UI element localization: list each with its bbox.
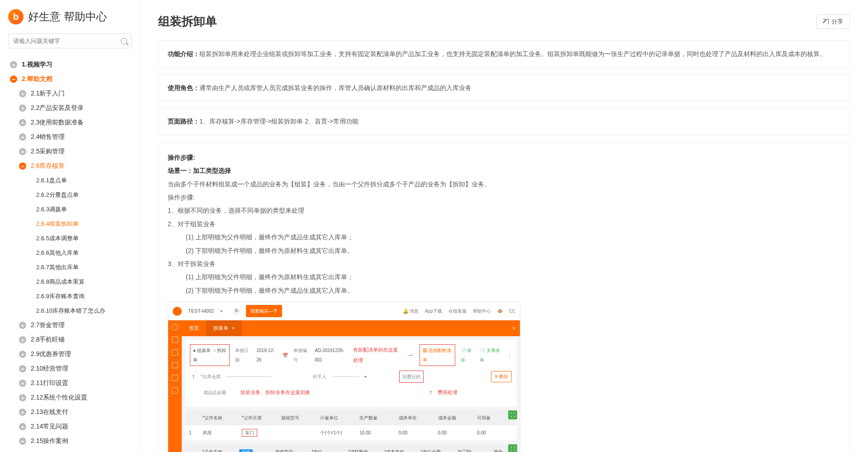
plus-icon xyxy=(19,438,26,445)
nav-2-6-9[interactable]: 2.6.9库存账本查询 xyxy=(8,289,132,304)
nav-2-14[interactable]: 2.14常见问题 xyxy=(8,419,132,434)
arrow-icon: ↖ xyxy=(189,372,198,381)
plus-icon xyxy=(19,409,26,416)
nav-label: 2.4销售管理 xyxy=(31,133,65,141)
ss-user: CC xyxy=(509,306,515,316)
settings-icon: ⚙ xyxy=(233,308,240,314)
nav-label: 2.10经营管理 xyxy=(31,365,68,373)
ss-help-link: 帮助中心 xyxy=(473,306,491,316)
ss-date-value: 2019-12-26 xyxy=(256,346,277,365)
cal-icon xyxy=(172,362,178,368)
nav-2-6-8[interactable]: 2.6.8商品成本重算 xyxy=(8,275,132,289)
nav-2-7[interactable]: 2.7资金管理 xyxy=(8,318,132,333)
plus-icon xyxy=(10,61,17,68)
step-3-2: (2) 下部明细为子件明细，最终作为产成品生成其它入库单。 xyxy=(168,284,840,297)
card-text: 1、库存核算->库存管理->组装拆卸单 2、首页->常用功能 xyxy=(199,118,359,125)
plus-icon xyxy=(19,365,26,372)
ss-person-label: 经手人 xyxy=(313,372,326,381)
sidebar: b 好生意 帮助中心 1.视频学习 2.帮助文档 2.1新手入门 2.2产品安装… xyxy=(0,0,140,452)
card-text: 通常由生产人员或库管人员完成拆装业务的操作，库管人员确认原材料的出库和产成品的入… xyxy=(199,84,472,91)
box-icon xyxy=(172,349,178,356)
ss-account: TEST-H002 xyxy=(188,306,214,316)
close-icon: × xyxy=(232,325,235,331)
ss-topbar: TEST-H002 ▾ ⚙ 我要购买—下 🔔 消息 App下载 在线客服 帮助中… xyxy=(168,302,520,320)
nav-2-13[interactable]: 2.13在线支付 xyxy=(8,405,132,419)
brand-logo-icon: b xyxy=(8,9,24,24)
nav-label: 2.15操作案例 xyxy=(31,437,68,445)
card-label: 使用角色： xyxy=(168,84,199,91)
nav-2-6-7[interactable]: 2.6.7其他出库单 xyxy=(8,260,132,275)
arrow-icon: ↗ xyxy=(426,388,435,397)
nav-label: 2.6.7其他出库单 xyxy=(36,263,79,271)
nav-2-11[interactable]: 2.11打印设置 xyxy=(8,376,132,390)
minus-icon xyxy=(19,162,26,170)
ss-child-table: *子件名称自动规格型号*单位*消耗数量*成本单价*单位金额加工f%操作 1商品 … xyxy=(185,444,516,452)
nav-label: 2.6.5成本调整单 xyxy=(36,234,79,243)
nav-help-docs[interactable]: 2.帮助文档 xyxy=(8,72,132,86)
nav-2-10[interactable]: 2.10经营管理 xyxy=(8,362,132,376)
nav-label: 2.6.6其他入库单 xyxy=(36,249,79,257)
nav-label: 2.1新手入门 xyxy=(31,90,65,98)
card-label: 功能介绍： xyxy=(168,50,199,57)
nav-2-8[interactable]: 2.8手机旺铺 xyxy=(8,333,132,347)
main-header: 组装拆卸单 分享 xyxy=(158,14,850,29)
nav-2-6-6[interactable]: 2.6.6其他入库单 xyxy=(8,246,132,260)
page-title: 组装拆卸单 xyxy=(158,14,217,29)
plus-icon xyxy=(19,336,26,343)
ss-date-label: 单据日期 xyxy=(235,346,251,365)
nav-2-4[interactable]: 2.4销售管理 xyxy=(8,130,132,144)
nav-label: 2.8手机旺铺 xyxy=(31,336,65,344)
card-label: 页面路径： xyxy=(168,118,199,125)
search-icon[interactable] xyxy=(121,38,127,44)
doc-icon xyxy=(172,387,178,394)
nav-label: 1.视频学习 xyxy=(22,61,52,69)
nav-2-9[interactable]: 2.9优惠券管理 xyxy=(8,347,132,362)
nav-2-6-1[interactable]: 2.6.1盘点单 xyxy=(8,173,132,188)
nav-2-6-4[interactable]: 2.6.4组装拆卸单 xyxy=(8,217,132,231)
ss-no-value: AD-20191226-001 xyxy=(315,346,348,365)
nav-video-learning[interactable]: 1.视频学习 xyxy=(8,57,132,72)
ss-app-link: App下载 xyxy=(425,306,442,316)
ss-sidebar xyxy=(168,320,182,452)
calendar-icon: 📅 xyxy=(283,351,288,360)
path-card: 页面路径：1、库存核算->库存管理->组装拆卸单 2、首页->常用功能 xyxy=(158,108,850,135)
nav-2-15[interactable]: 2.15操作案例 xyxy=(8,434,132,448)
plus-icon xyxy=(19,380,26,387)
nav-2-1[interactable]: 2.1新手入门 xyxy=(8,86,132,101)
embedded-screenshot: TEST-H002 ▾ ⚙ 我要购买—下 🔔 消息 App下载 在线客服 帮助中… xyxy=(168,302,520,452)
nav-label: 2.2产品安装及登录 xyxy=(31,104,84,112)
plus-icon xyxy=(19,119,26,126)
ss-tab-doc: 拆装单× xyxy=(206,320,242,336)
plus-icon xyxy=(19,105,26,112)
ss-content: 首页 拆装单× × ● 组装单 ○ 拆卸单 单据日期 2019-12-26 📅 … xyxy=(182,320,520,452)
nav-label: 2.3使用前数据准备 xyxy=(31,119,84,127)
ss-annotation-2: 组装业务、拆卸业务在这里切换 xyxy=(241,387,310,398)
intro-card: 功能介绍：组装拆卸单用来处理企业组装或拆卸等加工业务，支持有固定装配清单的产品加… xyxy=(158,40,850,68)
plus-icon xyxy=(19,394,26,401)
search-input[interactable] xyxy=(8,33,132,48)
card-text: 组装拆卸单用来处理企业组装或拆卸等加工业务，支持有固定装配清单的产品加工业务，也… xyxy=(199,50,826,57)
nav-2-6-10[interactable]: 2.6.10库存账本错了怎么办 xyxy=(8,304,132,318)
nav-label: 2.9优惠券管理 xyxy=(31,350,71,358)
ss-select-bom: ☰ 选择配料清单 xyxy=(420,344,455,366)
cart-icon xyxy=(172,375,178,381)
steps-title: 操作步骤: xyxy=(168,151,840,164)
step-1: 1、根据不同的业务，选择不同单据的类型来处理 xyxy=(168,204,840,217)
ss-msg-icon: 🔔 消息 xyxy=(403,306,419,316)
ss-cost-button: ¥ 费用 xyxy=(491,371,512,382)
nav-2-3[interactable]: 2.3使用前数据准备 xyxy=(8,115,132,130)
nav-2-6-3[interactable]: 2.6.3调拨单 xyxy=(8,202,132,217)
step-3-1: (1) 上部明细为父件明细，最终作为原材料生成其它出库单； xyxy=(168,271,840,284)
plus-icon xyxy=(19,148,26,155)
brand-text: 好生意 帮助中心 xyxy=(28,10,107,24)
ss-top-right: 🔔 消息 App下载 在线客服 帮助中心 🐵 CC xyxy=(403,306,515,316)
nav-2-2[interactable]: 2.2产品安装及登录 xyxy=(8,101,132,115)
nav-2-5[interactable]: 2.5采购管理 xyxy=(8,144,132,159)
share-button[interactable]: 分享 xyxy=(816,14,850,29)
nav-2-6[interactable]: 2.6库存核算 xyxy=(8,159,132,173)
auto-badge: 自动 xyxy=(239,449,253,452)
nav-2-12[interactable]: 2.12系统个性化设置 xyxy=(8,390,132,405)
nav-2-6-5[interactable]: 2.6.5成本调整单 xyxy=(8,231,132,246)
plus-icon xyxy=(19,322,26,329)
nav-2-6-2[interactable]: 2.6.2分量盘点单 xyxy=(8,188,132,202)
